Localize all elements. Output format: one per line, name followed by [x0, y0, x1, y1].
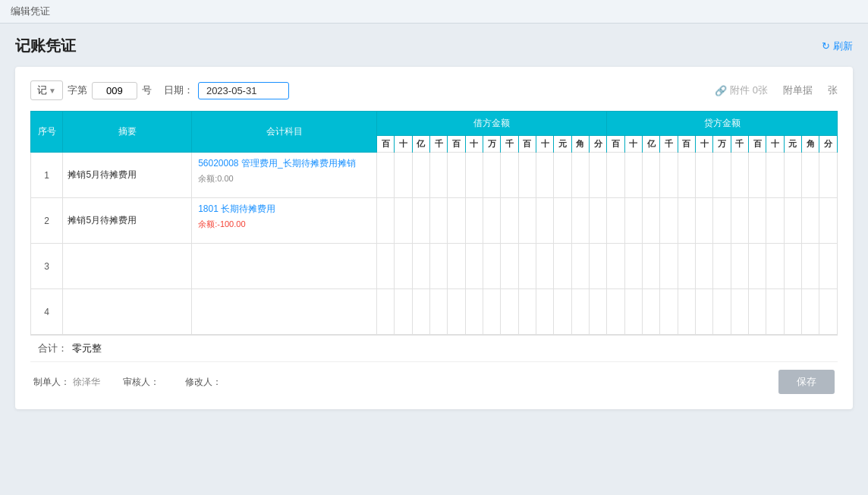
- debit-digit-cell[interactable]: [483, 244, 501, 289]
- debit-digit-cell[interactable]: [448, 198, 465, 244]
- debit-digit-cell[interactable]: [501, 153, 518, 198]
- single-voucher-button[interactable]: 附单据: [783, 84, 813, 97]
- credit-digit-cell[interactable]: [749, 289, 766, 335]
- debit-digit-cell[interactable]: [590, 289, 607, 335]
- credit-digit-cell[interactable]: [819, 289, 838, 335]
- credit-digit-cell[interactable]: [660, 289, 678, 335]
- debit-digit-cell[interactable]: [571, 244, 589, 289]
- credit-digit-cell[interactable]: [766, 289, 784, 335]
- voucher-number-input[interactable]: [92, 82, 137, 99]
- credit-digit-cell[interactable]: [731, 289, 748, 335]
- save-button[interactable]: 保存: [778, 370, 835, 394]
- debit-digit-cell[interactable]: [395, 153, 412, 198]
- credit-digit-cell[interactable]: [749, 198, 766, 244]
- credit-digit-cell[interactable]: [749, 244, 766, 289]
- credit-digit-cell[interactable]: [731, 153, 748, 198]
- credit-digit-cell[interactable]: [643, 289, 660, 335]
- credit-digit-cell[interactable]: [624, 244, 642, 289]
- credit-digit-cell[interactable]: [713, 153, 731, 198]
- attachment-button[interactable]: 🔗 附件 0张: [715, 84, 768, 97]
- credit-digit-cell[interactable]: [696, 244, 713, 289]
- credit-digit-cell[interactable]: [819, 153, 838, 198]
- debit-digit-cell[interactable]: [554, 244, 571, 289]
- debit-digit-cell[interactable]: [377, 198, 395, 244]
- debit-digit-cell[interactable]: [483, 289, 501, 335]
- debit-digit-cell[interactable]: [395, 289, 412, 335]
- credit-digit-cell[interactable]: [643, 244, 660, 289]
- credit-digit-cell[interactable]: [607, 289, 624, 335]
- debit-digit-cell[interactable]: [377, 244, 395, 289]
- debit-digit-cell[interactable]: [465, 289, 483, 335]
- debit-digit-cell[interactable]: [554, 153, 571, 198]
- account-cell[interactable]: [192, 289, 377, 335]
- credit-digit-cell[interactable]: [784, 244, 801, 289]
- debit-digit-cell[interactable]: [536, 244, 554, 289]
- credit-digit-cell[interactable]: [660, 153, 678, 198]
- credit-digit-cell[interactable]: [696, 289, 713, 335]
- account-cell[interactable]: 1801 长期待摊费用余额:-100.00: [192, 198, 377, 244]
- debit-digit-cell[interactable]: [395, 198, 412, 244]
- credit-digit-cell[interactable]: [731, 244, 748, 289]
- credit-digit-cell[interactable]: [643, 153, 660, 198]
- debit-digit-cell[interactable]: [536, 153, 554, 198]
- summary-cell[interactable]: [63, 289, 192, 335]
- credit-digit-cell[interactable]: [731, 198, 748, 244]
- date-input[interactable]: [198, 82, 289, 99]
- debit-digit-cell[interactable]: [430, 244, 448, 289]
- debit-digit-cell[interactable]: [590, 244, 607, 289]
- credit-digit-cell[interactable]: [784, 153, 801, 198]
- debit-digit-cell[interactable]: [501, 198, 518, 244]
- debit-digit-cell[interactable]: [518, 198, 536, 244]
- credit-digit-cell[interactable]: [802, 153, 819, 198]
- credit-digit-cell[interactable]: [713, 198, 731, 244]
- debit-digit-cell[interactable]: [430, 289, 448, 335]
- debit-digit-cell[interactable]: [377, 289, 395, 335]
- credit-digit-cell[interactable]: [766, 198, 784, 244]
- debit-digit-cell[interactable]: [571, 198, 589, 244]
- debit-digit-cell[interactable]: [590, 153, 607, 198]
- credit-digit-cell[interactable]: [819, 198, 838, 244]
- credit-digit-cell[interactable]: [749, 153, 766, 198]
- seq-cell[interactable]: 4: [31, 289, 63, 335]
- credit-digit-cell[interactable]: [660, 244, 678, 289]
- debit-digit-cell[interactable]: [501, 244, 518, 289]
- debit-digit-cell[interactable]: [412, 198, 429, 244]
- credit-digit-cell[interactable]: [607, 153, 624, 198]
- debit-digit-cell[interactable]: [590, 198, 607, 244]
- credit-digit-cell[interactable]: [784, 198, 801, 244]
- credit-digit-cell[interactable]: [802, 198, 819, 244]
- debit-digit-cell[interactable]: [483, 198, 501, 244]
- debit-digit-cell[interactable]: [518, 244, 536, 289]
- credit-digit-cell[interactable]: [678, 244, 695, 289]
- debit-digit-cell[interactable]: [518, 289, 536, 335]
- credit-digit-cell[interactable]: [713, 244, 731, 289]
- debit-digit-cell[interactable]: [571, 289, 589, 335]
- refresh-button[interactable]: ↻ 刷新: [822, 39, 853, 53]
- debit-digit-cell[interactable]: [412, 153, 429, 198]
- debit-digit-cell[interactable]: [554, 198, 571, 244]
- credit-digit-cell[interactable]: [766, 244, 784, 289]
- credit-digit-cell[interactable]: [678, 153, 695, 198]
- credit-digit-cell[interactable]: [784, 289, 801, 335]
- credit-digit-cell[interactable]: [678, 289, 695, 335]
- debit-digit-cell[interactable]: [536, 198, 554, 244]
- debit-digit-cell[interactable]: [554, 289, 571, 335]
- credit-digit-cell[interactable]: [696, 198, 713, 244]
- credit-digit-cell[interactable]: [802, 244, 819, 289]
- seq-cell[interactable]: 3: [31, 244, 63, 289]
- credit-digit-cell[interactable]: [819, 244, 838, 289]
- seq-cell[interactable]: 2: [31, 198, 63, 244]
- credit-digit-cell[interactable]: [624, 153, 642, 198]
- debit-digit-cell[interactable]: [465, 153, 483, 198]
- summary-cell[interactable]: 摊销5月待摊费用: [63, 153, 192, 198]
- debit-digit-cell[interactable]: [448, 289, 465, 335]
- debit-digit-cell[interactable]: [412, 244, 429, 289]
- debit-digit-cell[interactable]: [377, 153, 395, 198]
- seq-cell[interactable]: 1: [31, 153, 63, 198]
- debit-digit-cell[interactable]: [430, 198, 448, 244]
- credit-digit-cell[interactable]: [624, 198, 642, 244]
- voucher-type-select[interactable]: 记 ▼: [30, 80, 63, 100]
- debit-digit-cell[interactable]: [501, 289, 518, 335]
- credit-digit-cell[interactable]: [766, 153, 784, 198]
- summary-cell[interactable]: [63, 244, 192, 289]
